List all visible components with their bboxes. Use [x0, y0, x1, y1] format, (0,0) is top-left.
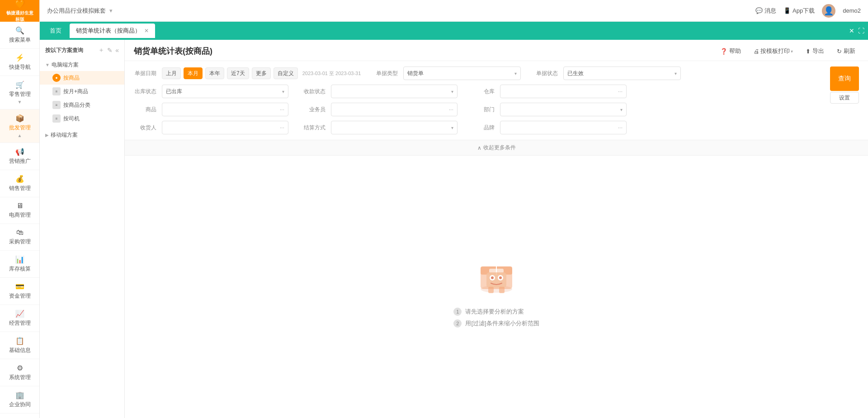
doc-status-chevron-icon: ▾: [675, 71, 677, 76]
date-btn-custom[interactable]: 自定义: [274, 67, 298, 79]
sidebar-item-enterprise[interactable]: 🏢 企业协同: [0, 386, 39, 413]
sidebar-item-retail[interactable]: 🛒 零售管理 ▼: [0, 76, 39, 109]
app-download-btn[interactable]: 📱 App下载: [783, 7, 815, 15]
sidebar-item-operations[interactable]: 📈 经营管理: [0, 305, 39, 332]
system-icon: ⚙: [17, 364, 23, 372]
tree-item-by-goods[interactable]: ● 按商品: [40, 71, 124, 85]
doc-type-value: 销货单: [407, 70, 424, 77]
logo[interactable]: 🧡 畅捷通好生意 标版: [0, 0, 39, 22]
export-btn[interactable]: ⬆ 导出: [802, 45, 828, 57]
by-scanner-icon: ≡: [52, 114, 61, 123]
message-btn[interactable]: 💬 消息: [755, 7, 776, 15]
tree-item-by-goods-cat[interactable]: ≡ 按商品分类: [40, 98, 124, 112]
print-btn[interactable]: 🖨 按模板打印 ▾: [750, 45, 797, 57]
export-label: 导出: [812, 47, 824, 55]
svg-point-8: [491, 276, 494, 279]
goods-more-icon[interactable]: ···: [280, 106, 284, 113]
warehouse-more-icon[interactable]: ···: [618, 88, 623, 95]
tree-item-by-month-goods[interactable]: ≡ 按月+商品: [40, 85, 124, 98]
help-btn[interactable]: ❓ 帮助: [717, 45, 745, 57]
message-label: 消息: [764, 7, 776, 15]
settle-label: 结算方式: [303, 124, 326, 132]
print-label: 按模板打印: [760, 47, 790, 55]
left-panel: 按以下方案查询 ＋ ✎ « ▼ 电脑端方案 ● 按商品 ≡: [40, 40, 125, 418]
tab-report[interactable]: 销货单统计表（按商品） ✕: [70, 24, 155, 38]
settle-input[interactable]: ▾: [331, 121, 458, 134]
tree-item-by-scanner[interactable]: ≡ 按司机: [40, 112, 124, 125]
sidebar-item-search[interactable]: 🔍 搜索菜单: [0, 22, 39, 49]
sidebar-item-system[interactable]: ⚙ 系统管理: [0, 359, 39, 386]
user-avatar[interactable]: 👤: [822, 4, 835, 18]
inventory-icon: 📊: [15, 255, 24, 264]
tree-group-mobile: ▶ 移动端方案: [40, 127, 124, 143]
out-status-label: 出库状态: [134, 88, 156, 95]
collapse-panel-icon[interactable]: «: [115, 47, 119, 54]
edit-scheme-icon[interactable]: ✎: [107, 47, 113, 54]
dept-label: 部门: [472, 106, 495, 114]
salesman-more-icon[interactable]: ···: [449, 106, 453, 113]
filter-row-4: 收货人 ··· 结算方式 ▾ 品牌: [134, 121, 825, 134]
date-btn-prev-month[interactable]: 上月: [162, 67, 181, 79]
collapse-btn[interactable]: ∧ 收起更多条件: [477, 144, 516, 152]
left-panel-title: 按以下方案查询: [45, 47, 83, 54]
tab-close-icon[interactable]: ✕: [144, 28, 149, 34]
enterprise-icon: 🏢: [15, 391, 24, 399]
by-month-goods-icon: ≡: [52, 87, 61, 95]
out-status-input[interactable]: 已出库 ▾: [162, 85, 288, 98]
query-button[interactable]: 查询: [830, 66, 859, 91]
logo-text: 畅捷通好生意: [6, 10, 33, 16]
sidebar-item-inventory[interactable]: 📊 库存核算: [0, 251, 39, 278]
brand-input[interactable]: ···: [500, 121, 627, 134]
doc-status-input[interactable]: 已生效 ▾: [563, 66, 681, 80]
warehouse-input[interactable]: ···: [500, 85, 627, 98]
retail-icon: 🛒: [15, 81, 24, 89]
recipient-input[interactable]: ···: [162, 121, 288, 134]
sidebar-item-basic[interactable]: 📋 基础信息: [0, 332, 39, 359]
user-name[interactable]: demo2: [843, 7, 861, 14]
tab-home-label: 首页: [50, 27, 61, 35]
dept-input[interactable]: ▾: [500, 103, 627, 116]
left-panel-header: 按以下方案查询 ＋ ✎ «: [40, 43, 124, 57]
tab-expand-btn[interactable]: ⛶: [858, 27, 864, 34]
collapse-area: ∧ 收起更多条件: [125, 140, 868, 156]
collect-status-input[interactable]: ▾: [331, 85, 458, 98]
svg-rect-5: [486, 272, 506, 288]
goods-input[interactable]: ···: [162, 103, 288, 116]
filter-rows-container: 单据日期 上月 本月 本年: [134, 66, 825, 134]
collect-status-chevron-icon: ▾: [451, 89, 453, 94]
date-btn-more[interactable]: 更多: [252, 67, 271, 79]
tab-home[interactable]: 首页: [43, 24, 68, 38]
tree-group-mobile-label[interactable]: ▶ 移动端方案: [40, 129, 124, 141]
sidebar-item-sales[interactable]: 💰 销售管理: [0, 170, 39, 197]
doc-type-input[interactable]: 销货单 ▾: [403, 66, 521, 80]
goods-label: 商品: [134, 106, 156, 114]
sidebar-item-quick-nav[interactable]: ⚡ 快捷导航: [0, 49, 39, 76]
sidebar-item-marketing[interactable]: 📢 营销推广: [0, 143, 39, 170]
page-title: 销货单统计表(按商品): [134, 46, 212, 57]
settings-button[interactable]: 设置: [830, 92, 859, 104]
sidebar-wholesale-label: 批发管理: [9, 124, 31, 132]
sidebar-item-purchase[interactable]: 🛍 采购管理: [0, 224, 39, 251]
by-goods-cat-icon: ≡: [52, 101, 61, 109]
tree-group-pc-label[interactable]: ▼ 电脑端方案: [40, 59, 124, 71]
help-icon: ❓: [720, 48, 727, 55]
sidebar-item-wholesale[interactable]: 📦 批发管理 ▲: [0, 109, 39, 143]
tab-close-all-btn[interactable]: ✕: [849, 27, 854, 34]
recipient-more-icon[interactable]: ···: [280, 124, 284, 131]
wholesale-icon: 📦: [15, 114, 24, 123]
breadcrumb-area: 办公用品行业模拟账套 ▾: [47, 7, 113, 15]
date-btn-last7days[interactable]: 近7天: [227, 67, 249, 79]
sidebar-item-newcomer[interactable]: 🎯 新手引导: [0, 413, 39, 418]
breadcrumb-dropdown-icon[interactable]: ▾: [109, 7, 113, 14]
filter-rows-wrapper: 单据日期 上月 本月 本年: [134, 66, 859, 134]
date-btn-cur-month[interactable]: 本月: [184, 67, 203, 79]
refresh-btn[interactable]: ↻ 刷新: [833, 45, 859, 57]
hint-1-text: 请先选择要分析的方案: [465, 308, 524, 316]
salesman-input[interactable]: ···: [331, 103, 458, 116]
sidebar-item-finance[interactable]: 💳 资金管理: [0, 278, 39, 305]
sidebar-item-ecommerce[interactable]: 🖥 电商管理: [0, 197, 39, 224]
date-btn-cur-year[interactable]: 本年: [205, 67, 224, 79]
out-status-chevron-icon: ▾: [282, 89, 284, 94]
add-scheme-icon[interactable]: ＋: [98, 46, 104, 54]
brand-more-icon[interactable]: ···: [618, 124, 623, 131]
